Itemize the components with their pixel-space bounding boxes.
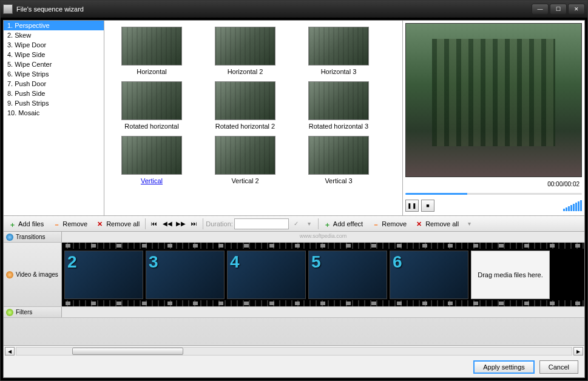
scroll-left-button[interactable]: ◀	[5, 347, 15, 356]
preview-image	[405, 23, 582, 177]
thumbnail-image	[121, 81, 182, 120]
timeline-clip[interactable]: 5	[308, 251, 387, 299]
volume-indicator[interactable]	[563, 200, 582, 211]
apply-duration-button[interactable]: ✓	[290, 218, 302, 229]
video-icon	[6, 271, 13, 278]
thumbnail-item[interactable]: Rotated horizontal 2	[204, 81, 286, 130]
dropdown-button[interactable]: ▾	[303, 218, 316, 229]
scrollbar-thumb[interactable]	[72, 348, 183, 355]
window-title: File's sequence wizard	[16, 5, 532, 13]
thumbnail-item[interactable]: Vertical	[110, 136, 193, 184]
first-button[interactable]: ⏮	[148, 218, 160, 229]
window: File's sequence wizard — ☐ ✕ 1. Perspect…	[0, 0, 588, 381]
next-button[interactable]: ▶▶	[175, 218, 187, 229]
pause-button[interactable]: ❚❚	[405, 200, 419, 212]
add-effect-label: Add effect	[333, 220, 363, 228]
horizontal-scrollbar[interactable]: ◀ ▶	[4, 346, 584, 357]
scroll-right-button[interactable]: ▶	[573, 347, 583, 356]
timeline-clip[interactable]: 2	[64, 251, 143, 299]
thumbnail-pane[interactable]: HorizontalHorizontal 2Horizontal 3Rotate…	[104, 21, 402, 215]
playback-controls: ❚❚ ■	[405, 198, 582, 213]
thumbnail-item[interactable]: Rotated horizontal	[110, 81, 193, 130]
video-track-label: Video & images	[4, 243, 62, 306]
thumbnail-label: Horizontal 3	[297, 68, 380, 75]
thumbnail-item[interactable]: Rotated horizontal 3	[297, 81, 380, 130]
clip-number: 3	[149, 252, 158, 272]
clip-number: 6	[393, 252, 402, 272]
transitions-icon	[6, 234, 13, 241]
add-effect-button[interactable]: ＋ Add effect	[321, 218, 366, 229]
watermark: www.softpedia.com	[62, 232, 584, 239]
duration-input[interactable]	[234, 218, 289, 229]
dropdown2-button[interactable]: ▾	[463, 218, 475, 229]
video-track-content[interactable]: 23456Drag media files here.	[62, 243, 584, 306]
filters-track-label: Filters	[4, 307, 62, 317]
seek-bar[interactable]	[405, 190, 582, 197]
timeline-clip[interactable]: 6	[390, 251, 468, 299]
effect-list-item[interactable]: 3. Wipe Door	[4, 40, 104, 50]
plus-icon: ＋	[9, 220, 16, 228]
effect-list-item[interactable]: 10. Mosaic	[4, 108, 104, 118]
cancel-button[interactable]: Cancel	[539, 360, 578, 374]
transitions-track-label: Transitions	[4, 232, 62, 242]
app-icon	[3, 4, 13, 14]
filters-track-content[interactable]	[62, 307, 584, 317]
remove-all-label: Remove all	[106, 220, 140, 228]
thumbnail-label: Rotated horizontal 3	[297, 123, 380, 130]
thumbnail-item[interactable]: Vertical 2	[204, 136, 286, 184]
remove-label: Remove	[382, 220, 407, 228]
timeline-clip[interactable]: 4	[227, 251, 306, 299]
effect-list-item[interactable]: 5. Wipe Center	[4, 59, 104, 69]
prev-button[interactable]: ◀◀	[161, 218, 174, 229]
remove-label: Remove	[63, 220, 87, 228]
top-row: 1. Perspective2. Skew3. Wipe Door4. Wipe…	[4, 21, 584, 216]
timeline-clip[interactable]: 3	[146, 251, 225, 299]
thumbnail-item[interactable]: Horizontal 2	[204, 27, 286, 75]
last-button[interactable]: ⏭	[188, 218, 200, 229]
add-files-button[interactable]: ＋ Add files	[6, 218, 47, 229]
apply-settings-button[interactable]: Apply settings	[473, 360, 534, 374]
thumbnail-label: Vertical 3	[297, 177, 380, 184]
preview-pane: 00:00/00:02 ❚❚ ■	[402, 21, 584, 215]
thumbnail-image	[215, 81, 275, 120]
x-icon: ✕	[416, 220, 424, 228]
remove-all-button[interactable]: ✕ Remove all	[94, 218, 143, 229]
thumbnail-label: Vertical 2	[204, 177, 286, 184]
timecode: 00:00/00:02	[405, 180, 582, 189]
thumbnail-item[interactable]: Horizontal 3	[297, 27, 380, 75]
toolbar: ＋ Add files － Remove ✕ Remove all ⏮ ◀◀ ▶…	[4, 216, 584, 232]
effect-list-item[interactable]: 9. Push Strips	[4, 98, 104, 108]
content: 1. Perspective2. Skew3. Wipe Door4. Wipe…	[3, 20, 585, 378]
thumbnail-image	[215, 136, 275, 175]
effect-list-item[interactable]: 6. Wipe Strips	[4, 69, 104, 79]
effect-list-item[interactable]: 8. Push Side	[4, 89, 104, 98]
remove-all-label: Remove all	[425, 220, 459, 228]
effect-list-item[interactable]: 7. Push Door	[4, 79, 104, 89]
effect-list-item[interactable]: 4. Wipe Side	[4, 50, 104, 59]
remove-effect-button[interactable]: － Remove	[370, 218, 410, 229]
remove-all-effects-button[interactable]: ✕ Remove all	[413, 218, 462, 229]
x-icon: ✕	[97, 220, 104, 228]
effect-list-item[interactable]: 1. Perspective	[4, 21, 104, 30]
thumbnail-image	[215, 27, 275, 66]
transitions-track-content[interactable]: www.softpedia.com	[62, 232, 584, 242]
close-button[interactable]: ✕	[568, 4, 585, 15]
clip-number: 4	[230, 252, 240, 272]
thumbnail-item[interactable]: Horizontal	[110, 27, 193, 75]
effect-list-item[interactable]: 2. Skew	[4, 30, 104, 40]
titlebar: File's sequence wizard — ☐ ✕	[1, 1, 587, 18]
transitions-track: Transitions www.softpedia.com	[4, 232, 584, 243]
drop-zone[interactable]: Drag media files here.	[471, 251, 550, 299]
clip-number: 2	[67, 252, 77, 272]
minimize-button[interactable]: —	[532, 4, 549, 15]
filters-track: Filters	[4, 307, 584, 318]
minus-icon: －	[53, 220, 61, 228]
thumbnail-label: Rotated horizontal 2	[204, 123, 286, 130]
thumbnail-label: Vertical	[110, 177, 193, 184]
thumbnail-item[interactable]: Vertical 3	[297, 136, 380, 184]
remove-button[interactable]: － Remove	[50, 218, 90, 229]
maximize-button[interactable]: ☐	[550, 4, 567, 15]
effect-list[interactable]: 1. Perspective2. Skew3. Wipe Door4. Wipe…	[4, 21, 104, 215]
thumbnail-label: Horizontal	[110, 68, 193, 75]
stop-button[interactable]: ■	[421, 200, 434, 212]
